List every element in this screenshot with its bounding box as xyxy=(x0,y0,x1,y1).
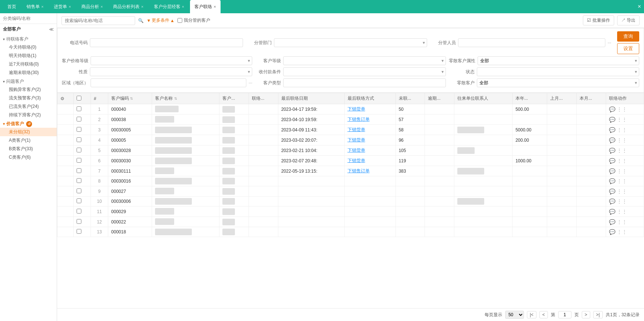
row-last-method[interactable]: 下销售订单 xyxy=(344,114,395,125)
customer-type-input[interactable] xyxy=(283,78,446,87)
status-select[interactable] xyxy=(477,67,639,76)
row-checkbox[interactable] xyxy=(73,145,91,156)
contact-action-icon[interactable]: 💬 xyxy=(609,219,615,225)
sidebar-item-c-class[interactable]: C类客户(6) xyxy=(0,153,57,162)
col-code[interactable]: 客户编码 ⇅ xyxy=(108,93,152,104)
row-last-method[interactable] xyxy=(344,197,395,207)
search-input[interactable] xyxy=(61,16,135,25)
more-action-icon[interactable]: ⋮⋮ xyxy=(617,178,627,184)
sidebar-item-overdue[interactable]: 逾期未联络(30) xyxy=(0,68,57,77)
sidebar-item-today[interactable]: 今天待联络(0) xyxy=(0,43,57,52)
more-action-icon[interactable]: ⋮⋮ xyxy=(617,106,627,112)
contact-action-icon[interactable]: 💬 xyxy=(609,127,615,133)
sidebar-group-pending[interactable]: ▾ 待联络客户 xyxy=(0,35,57,43)
my-customers-checkbox[interactable] xyxy=(177,18,182,23)
sidebar-item-ungroup[interactable]: 未分组(32) xyxy=(0,128,57,136)
more-action-icon[interactable]: ⋮⋮ xyxy=(617,229,627,235)
more-action-icon[interactable]: ⋮⋮ xyxy=(617,198,627,204)
more-action-icon[interactable]: ⋮⋮ xyxy=(617,137,627,143)
row-last-method[interactable] xyxy=(344,186,395,197)
sidebar-all-customers[interactable]: 全部客户 ≪ xyxy=(0,24,57,35)
contact-action-icon[interactable]: 💬 xyxy=(609,188,615,194)
prev-page-button[interactable]: < xyxy=(539,311,548,318)
nav-tab-purchase[interactable]: 进货单 × xyxy=(49,0,75,13)
more-action-icon[interactable]: ⋮⋮ xyxy=(617,148,627,154)
row-checkbox[interactable] xyxy=(73,114,91,125)
row-checkbox[interactable] xyxy=(73,217,91,227)
row-last-method[interactable] xyxy=(344,176,395,186)
close-icon[interactable]: × xyxy=(141,0,143,13)
row-last-method[interactable] xyxy=(344,217,395,227)
sidebar-item-7days[interactable]: 近7天待联络(0) xyxy=(0,60,57,68)
more-action-icon[interactable]: ⋮⋮ xyxy=(617,209,627,215)
more-action-icon[interactable]: ⋮⋮ xyxy=(617,117,627,123)
contact-action-icon[interactable]: 💬 xyxy=(609,148,615,154)
close-icon[interactable]: × xyxy=(182,0,184,13)
per-page-select[interactable]: 50 100 200 xyxy=(505,311,524,319)
row-checkbox[interactable] xyxy=(73,176,91,186)
reset-button[interactable]: 设置 xyxy=(617,43,639,54)
batch-ops-button[interactable]: ☑ 批量操作 xyxy=(583,15,614,25)
search-button[interactable]: 🔍 xyxy=(138,18,144,23)
nature-select[interactable] xyxy=(90,67,252,76)
retail-customer-select[interactable]: 全部 xyxy=(477,78,639,87)
my-customers-checkbox-label[interactable]: 我分管的客户 xyxy=(177,17,210,24)
row-checkbox[interactable] xyxy=(73,156,91,166)
sidebar-group-problem[interactable]: ▾ 问题客户 xyxy=(0,77,57,85)
row-checkbox[interactable] xyxy=(73,197,91,207)
contact-action-icon[interactable]: 💬 xyxy=(609,106,615,112)
contact-action-icon[interactable]: 💬 xyxy=(609,168,615,174)
close-all-button[interactable]: × xyxy=(638,3,641,10)
row-last-method[interactable]: 下销货单 xyxy=(344,125,395,135)
row-checkbox[interactable] xyxy=(73,186,91,197)
query-button[interactable]: 查询 xyxy=(617,31,639,42)
more-action-icon[interactable]: ⋮⋮ xyxy=(617,127,627,133)
contact-action-icon[interactable]: 💬 xyxy=(609,198,615,204)
last-page-button[interactable]: >| xyxy=(593,311,603,318)
nav-home[interactable]: 首页 xyxy=(3,0,21,13)
more-action-icon[interactable]: ⋮⋮ xyxy=(617,188,627,194)
retail-attr-select[interactable]: 全部 xyxy=(478,56,639,65)
row-last-method[interactable]: 下销货单 xyxy=(344,145,395,156)
nav-tab-analysis-list[interactable]: 商品分析列表 × xyxy=(109,0,148,13)
row-checkbox[interactable] xyxy=(73,135,91,145)
payment-select[interactable] xyxy=(283,67,446,76)
phone-input[interactable] xyxy=(90,38,243,47)
price-level-select[interactable] xyxy=(91,56,252,65)
customer-level-select[interactable] xyxy=(283,56,446,65)
more-action-icon[interactable]: ⋮⋮ xyxy=(617,158,627,164)
close-icon[interactable]: × xyxy=(214,0,216,13)
sidebar-item-hoard-abnormal[interactable]: 囤购异常客户(2) xyxy=(0,85,57,94)
contact-action-icon[interactable]: 💬 xyxy=(609,209,615,215)
contact-action-icon[interactable]: 💬 xyxy=(609,178,615,184)
row-last-method[interactable]: 下销售订单 xyxy=(344,166,395,176)
settings-icon[interactable]: ⚙ xyxy=(60,96,64,101)
collapse-icon[interactable]: ≪ xyxy=(49,27,54,32)
dots-icon[interactable]: ··· xyxy=(608,40,611,45)
row-checkbox[interactable] xyxy=(73,166,91,176)
row-last-method[interactable] xyxy=(344,207,395,217)
more-action-icon[interactable]: ⋮⋮ xyxy=(617,219,627,225)
dots-icon[interactable]: ··· xyxy=(249,80,252,85)
contact-action-icon[interactable]: 💬 xyxy=(609,117,615,123)
more-conditions-button[interactable]: ▼ 更多条件 ▲ xyxy=(147,17,175,24)
sidebar-item-declining[interactable]: 持续下滑客户(2) xyxy=(0,111,57,119)
nav-tab-customer-contact[interactable]: 客户联络 × xyxy=(190,0,220,13)
contact-action-icon[interactable]: 💬 xyxy=(609,229,615,235)
close-icon[interactable]: × xyxy=(41,0,43,13)
contact-action-icon[interactable]: 💬 xyxy=(609,158,615,164)
sidebar-group-value[interactable]: ▾ 价值客户 ↺ xyxy=(0,119,57,128)
sidebar-search-input[interactable] xyxy=(3,16,57,21)
dept-select[interactable] xyxy=(274,38,427,47)
nav-tab-analysis[interactable]: 商品分析 × xyxy=(77,0,107,13)
close-icon[interactable]: × xyxy=(68,0,71,13)
row-last-method[interactable]: 下销货单 xyxy=(344,135,395,145)
sidebar-item-churn-warning[interactable]: 流失预警客户(3) xyxy=(0,94,57,102)
contact-action-icon[interactable]: 💬 xyxy=(609,137,615,143)
sidebar-item-tomorrow[interactable]: 明天待联络(1) xyxy=(0,52,57,60)
close-icon[interactable]: × xyxy=(101,0,103,13)
sidebar-item-a-class[interactable]: A类客户(1) xyxy=(0,136,57,145)
staff-input[interactable] xyxy=(458,38,605,47)
region-input[interactable] xyxy=(91,78,246,87)
row-checkbox[interactable] xyxy=(73,207,91,217)
